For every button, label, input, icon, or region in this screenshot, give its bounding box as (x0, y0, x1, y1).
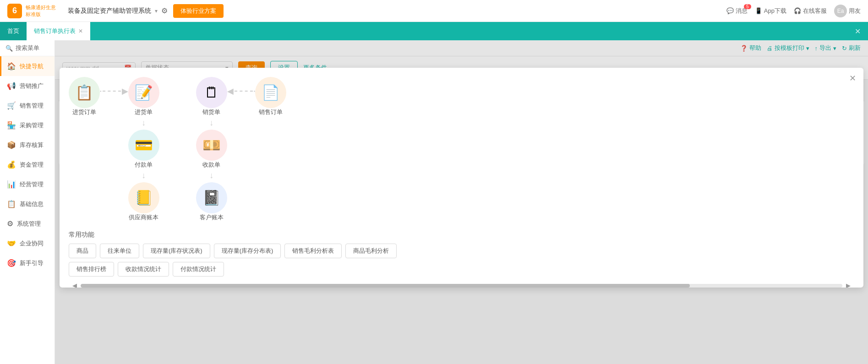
scrollbar-track[interactable] (81, 284, 842, 288)
sidebar-item-quick-nav[interactable]: 🏠 快捷导航 (0, 56, 55, 76)
logo-area: 6 畅康通好生意 标准版 (7, 4, 62, 18)
common-btn-contacts[interactable]: 往来单位 (100, 244, 139, 258)
popup-container: ✕ 📋 进货订单 ● ▶ 📝 进货单 ↓ 💳 (60, 68, 863, 288)
logo-line1: 畅康通好生意 (26, 4, 56, 11)
search-menu-button[interactable]: 🔍 搜索菜单 (0, 40, 55, 56)
app-download-label: App下载 (764, 7, 786, 15)
app-download-icon: 📱 (755, 7, 762, 14)
common-btn-receipt-stats[interactable]: 收款情况统计 (118, 262, 169, 277)
gear-icon[interactable]: ⚙ (161, 6, 168, 15)
sidebar-item-operations-label: 经营管理 (20, 180, 44, 189)
scroll-left-icon[interactable]: ◀ (72, 282, 77, 288)
arrow-down-receipt: ↓ (209, 118, 213, 128)
home-icon: 🏠 (7, 62, 16, 71)
common-section-title: 常用功能 (69, 231, 854, 239)
purchase-slip-node[interactable]: 📝 (128, 77, 159, 108)
bottom-scrollbar[interactable]: ◀ ▶ (69, 280, 854, 288)
headset-icon: 🎧 (794, 7, 801, 14)
sidebar-item-finance[interactable]: 💰 资金管理 (0, 155, 55, 174)
user-initial: Ea (837, 8, 844, 14)
common-btn-payment-stats[interactable]: 付款情况统计 (173, 262, 224, 277)
sidebar-item-collab-label: 企业协同 (20, 239, 44, 248)
app-download-button[interactable]: 📱 App下载 (755, 7, 786, 15)
sidebar-item-operations[interactable]: 📊 经营管理 (0, 174, 55, 194)
operations-icon: 📊 (7, 180, 16, 189)
message-icon: 💬 (726, 7, 734, 14)
common-btn-sales-rank[interactable]: 销售排行榜 (69, 262, 114, 277)
user-label: 用友 (849, 7, 861, 15)
tab-sales-order-exec-label: 销售订单执行表 (34, 27, 76, 35)
receipt-slip-node[interactable]: 💴 (196, 130, 227, 161)
tab-sales-order-exec[interactable]: 销售订单执行表 ✕ (27, 22, 90, 40)
common-btn-product[interactable]: 商品 (69, 244, 96, 258)
payment-slip-label: 付款单 (135, 161, 153, 169)
sidebar-item-guide-label: 新手引导 (20, 259, 44, 267)
marketing-icon: 📢 (7, 81, 16, 90)
sidebar-item-inventory[interactable]: 📦 库存核算 (0, 135, 55, 155)
logo-line2: 标准版 (26, 11, 56, 17)
arrow-purchase-order-to-slip: ● ▶ (100, 86, 128, 96)
customer-ledger-label: 客户账本 (200, 213, 224, 222)
customer-ledger-node[interactable]: 📓 (196, 182, 227, 213)
search-icon: 🔍 (5, 45, 13, 52)
common-btn-product-margin[interactable]: 商品毛利分析 (345, 244, 397, 258)
purchase-order-node[interactable]: 📋 (69, 77, 100, 108)
receipt-slip-label: 收款单 (202, 161, 220, 169)
online-service-button[interactable]: 🎧 在线客服 (794, 7, 827, 15)
sidebar-item-finance-label: 资金管理 (20, 161, 44, 169)
guide-icon: 🎯 (7, 259, 16, 267)
tab-close-icon[interactable]: ✕ (78, 28, 83, 34)
message-button[interactable]: 💬 消息 5 (726, 7, 748, 15)
flow-diagram: 📋 进货订单 ● ▶ 📝 进货单 ↓ 💳 付款单 ↓ 📒 供应商账本 (69, 77, 854, 222)
purchase-order-label: 进货订单 (72, 108, 96, 116)
sidebar-item-purchase[interactable]: 🏪 采购管理 (0, 115, 55, 135)
common-buttons-row2: 销售排行榜 收款情况统计 付款情况统计 (69, 262, 854, 277)
common-btn-sales-margin[interactable]: 销售毛利分析表 (284, 244, 342, 258)
arrow-down-payment: ↓ (142, 118, 146, 128)
arrow-sales-order-to-slip: ◀ ● (227, 86, 256, 96)
try-industry-button[interactable]: 体验行业方案 (173, 4, 224, 18)
tab-home[interactable]: 首页 (0, 22, 27, 40)
sidebar-item-purchase-label: 采购管理 (20, 121, 44, 130)
sidebar-item-system[interactable]: ⚙ 系统管理 (0, 214, 55, 234)
sales-slip-label: 销货单 (202, 108, 220, 116)
tab-bar-close-icon[interactable]: ✕ (855, 27, 861, 36)
arrow-down-customer: ↓ (209, 171, 213, 180)
sidebar-item-quick-nav-label: 快捷导航 (20, 62, 44, 71)
common-buttons-row1: 商品 往来单位 现存量(库存状况表) 现存量(库存分布表) 销售毛利分析表 商品… (69, 244, 854, 258)
dropdown-arrow-icon[interactable]: ▾ (155, 8, 158, 14)
common-btn-stock-dist[interactable]: 现存量(库存分布表) (214, 244, 281, 258)
search-menu-label: 搜索菜单 (16, 44, 39, 52)
common-btn-stock-status[interactable]: 现存量(库存状况表) (143, 244, 210, 258)
avatar: Ea (834, 5, 847, 17)
sidebar-item-marketing-label: 营销推广 (20, 82, 44, 90)
sidebar: 🔍 搜索菜单 🏠 快捷导航 📢 营销推广 🛒 销售管理 🏪 采购管理 📦 库存核… (0, 40, 55, 364)
sidebar-item-marketing[interactable]: 📢 营销推广 (0, 76, 55, 96)
basic-info-icon: 📋 (7, 200, 16, 208)
flow-col-purchase-slip: 📝 进货单 ↓ 💳 付款单 ↓ 📒 供应商账本 (128, 77, 159, 222)
sidebar-item-basic-info-label: 基础信息 (20, 200, 44, 208)
collab-icon: 🤝 (7, 239, 16, 248)
sidebar-item-basic-info[interactable]: 📋 基础信息 (0, 194, 55, 214)
scrollbar-thumb (81, 284, 690, 288)
system-title: 装备及固定资产辅助管理系统 (68, 7, 151, 15)
sales-order-node[interactable]: 📄 (255, 77, 286, 108)
sidebar-item-sales[interactable]: 🛒 销售管理 (0, 96, 55, 115)
top-header: 6 畅康通好生意 标准版 装备及固定资产辅助管理系统 ▾ ⚙ 体验行业方案 💬 … (0, 0, 868, 22)
user-area[interactable]: Ea 用友 (834, 5, 861, 17)
sales-slip-node[interactable]: 🗒 (196, 77, 227, 108)
supplier-ledger-node[interactable]: 📒 (128, 182, 159, 213)
payment-slip-node[interactable]: 💳 (128, 130, 159, 161)
finance-icon: 💰 (7, 160, 16, 169)
popup-close-button[interactable]: ✕ (849, 73, 856, 83)
supplier-ledger-label: 供应商账本 (129, 213, 158, 222)
sidebar-item-guide[interactable]: 🎯 新手引导 (0, 253, 55, 273)
common-section: 常用功能 商品 往来单位 现存量(库存状况表) 现存量(库存分布表) 销售毛利分… (69, 231, 854, 277)
purchase-icon: 🏪 (7, 121, 16, 130)
sidebar-item-sales-label: 销售管理 (20, 102, 44, 110)
arrow-down-supplier: ↓ (142, 171, 146, 180)
sidebar-item-collab[interactable]: 🤝 企业协同 (0, 234, 55, 253)
logo-char: 6 (12, 6, 17, 16)
scroll-right-icon[interactable]: ▶ (846, 282, 851, 288)
message-badge: 5 (744, 4, 751, 9)
